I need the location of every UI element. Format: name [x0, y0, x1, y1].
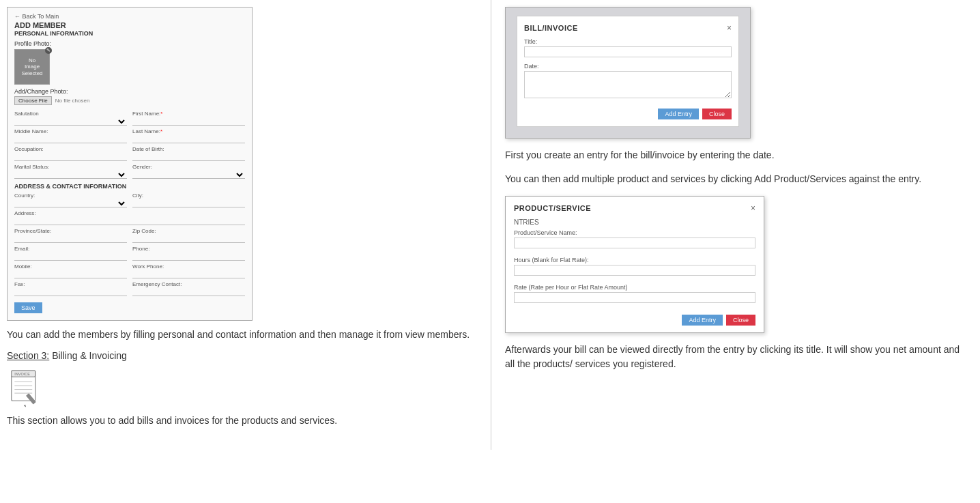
form-row-occupation-dob: Occupation: Date of Birth:: [14, 146, 245, 161]
phone-label: Phone:: [132, 246, 245, 252]
section-3-heading: Section 3: Billing & Invoicing: [7, 350, 477, 361]
product-modal-title: PRODUCT/SERVICE: [514, 204, 591, 212]
photo-edit-btn[interactable]: ✎: [45, 47, 52, 54]
dob-input[interactable]: [132, 153, 245, 161]
bill-modal-title: BILL/INVOICE: [524, 24, 578, 32]
bill-add-entry-button[interactable]: Add Entry: [658, 109, 699, 119]
zip-label: Zip Code:: [132, 228, 245, 234]
country-label: Country:: [14, 192, 127, 199]
marital-label: Marital Status:: [14, 164, 127, 170]
file-input-row: Choose File No file chosen: [14, 96, 245, 105]
form-row-province-zip: Province/State: Zip Code:: [14, 228, 245, 243]
back-link[interactable]: ← Back To Main: [14, 13, 245, 20]
product-close-button[interactable]: Close: [726, 315, 755, 326]
product-name-input[interactable]: [514, 238, 755, 248]
bill-modal-header: BILL/INVOICE ×: [524, 23, 732, 33]
form-row-mobile-workphone: Mobile: Work Phone:: [14, 263, 245, 278]
mobile-input[interactable]: [14, 270, 127, 278]
product-service-modal-screenshot: PRODUCT/SERVICE × NTRIES Product/Service…: [505, 196, 764, 333]
product-name-label: Product/Service Name:: [514, 229, 755, 236]
form-row-marital-gender: Marital Status: Gender:: [14, 164, 245, 179]
address-section-label: ADDRESS & CONTACT INFORMATION: [14, 183, 245, 190]
bill-invoice-modal-box: BILL/INVOICE × Title: Date: Add Entry Cl…: [517, 16, 739, 127]
form-group-zip: Zip Code:: [132, 228, 245, 243]
section-title: Billing & Invoicing: [49, 350, 127, 361]
emergency-label: Emergency Contact:: [132, 281, 245, 287]
province-input[interactable]: [14, 235, 127, 243]
middlename-label: Middle Name:: [14, 128, 127, 134]
form-group-fax: Fax:: [14, 281, 127, 296]
occupation-input[interactable]: [14, 153, 127, 161]
form-group-phone: Phone:: [132, 246, 245, 261]
rate-input[interactable]: [514, 292, 755, 303]
firstname-input[interactable]: [132, 117, 245, 126]
form-group-occupation: Occupation:: [14, 146, 127, 161]
form-group-country: Country:: [14, 192, 127, 207]
zip-input[interactable]: [132, 235, 245, 243]
salutation-select[interactable]: [14, 117, 127, 126]
form-group-email: Email:: [14, 246, 127, 261]
bill-date-textarea[interactable]: [524, 71, 732, 98]
left-column: ← Back To Main ADD MEMBER PERSONAL INFOR…: [0, 0, 491, 450]
lastname-input[interactable]: [132, 135, 245, 143]
product-modal-header: PRODUCT/SERVICE ×: [514, 203, 755, 213]
product-modal-inner: PRODUCT/SERVICE × NTRIES Product/Service…: [506, 197, 764, 332]
email-label: Email:: [14, 246, 127, 252]
form-row-country-city: Country: City:: [14, 192, 245, 207]
bill-modal-footer: Add Entry Close: [524, 109, 732, 119]
entries-label: NTRIES: [514, 218, 755, 226]
bill-title-label: Title:: [524, 38, 732, 45]
phone-input[interactable]: [132, 253, 245, 261]
invoice-icon: INVOICE: [7, 369, 44, 407]
email-input[interactable]: [14, 253, 127, 261]
form-group-salutation: Salutation: [14, 111, 127, 126]
add-member-form-screenshot: ← Back To Main ADD MEMBER PERSONAL INFOR…: [7, 7, 253, 321]
section-underline: Section 3:: [7, 350, 49, 361]
bill-close-button[interactable]: Close: [702, 109, 732, 119]
middlename-input[interactable]: [14, 135, 127, 143]
emergency-input[interactable]: [132, 288, 245, 296]
gender-select[interactable]: [132, 171, 245, 179]
form-row-fax-emergency: Fax: Emergency Contact:: [14, 281, 245, 296]
form-group-workphone: Work Phone:: [132, 263, 245, 278]
hours-label: Hours (Blank for Flat Rate):: [514, 257, 755, 263]
mobile-label: Mobile:: [14, 263, 127, 270]
marital-select[interactable]: [14, 171, 127, 179]
firstname-label: First Name:*: [132, 111, 245, 117]
fax-input[interactable]: [14, 288, 127, 296]
address-label: Address:: [14, 210, 245, 216]
form-subtitle: PERSONAL INFORMATION: [14, 30, 245, 37]
form-group-emergency: Emergency Contact:: [132, 281, 245, 296]
form-group-address: Address:: [14, 210, 245, 225]
form-group-city: City:: [132, 192, 245, 207]
choose-file-button[interactable]: Choose File: [14, 96, 52, 105]
bill-invoice-modal-screenshot: BILL/INVOICE × Title: Date: Add Entry Cl…: [505, 7, 751, 139]
profile-photo-box: ✎ NoImageSelected: [14, 49, 50, 85]
bill-title-input[interactable]: [524, 46, 732, 57]
add-change-photo-label: Add/Change Photo:: [14, 88, 245, 95]
right-desc-3: Afterwards your bill can be viewed direc…: [505, 343, 966, 371]
form-title: ADD MEMBER: [14, 21, 245, 29]
save-button[interactable]: Save: [14, 302, 42, 313]
workphone-input[interactable]: [132, 270, 245, 278]
product-add-entry-button[interactable]: Add Entry: [682, 315, 723, 326]
form-group-dob: Date of Birth:: [132, 146, 245, 161]
form-group-gender: Gender:: [132, 164, 245, 179]
product-modal-close-icon[interactable]: ×: [751, 203, 755, 213]
city-input[interactable]: [132, 199, 245, 207]
province-label: Province/State:: [14, 228, 127, 234]
address-input[interactable]: [14, 217, 245, 225]
fax-label: Fax:: [14, 281, 127, 287]
bill-modal-close-icon[interactable]: ×: [727, 23, 732, 33]
form-row-email-phone: Email: Phone:: [14, 246, 245, 261]
lastname-label: Last Name:*: [132, 128, 245, 134]
product-modal-footer: Add Entry Close: [514, 315, 755, 326]
form-row-address: Address:: [14, 210, 245, 225]
svg-marker-8: [24, 405, 26, 407]
invoice-svg-graphic: INVOICE: [7, 369, 44, 410]
form-group-marital: Marital Status:: [14, 164, 127, 179]
form-group-mobile: Mobile:: [14, 263, 127, 278]
form-group-middlename: Middle Name:: [14, 128, 127, 143]
hours-input[interactable]: [514, 265, 755, 276]
country-select[interactable]: [14, 199, 127, 207]
